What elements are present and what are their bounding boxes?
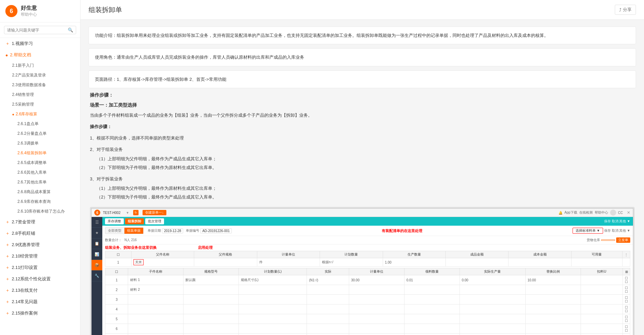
step3: 3、对于拆装业务 （1）上部明细为父件明细，最终作为原材料生成其它出库单； （2… <box>90 175 635 202</box>
mock-tab-kucun: 库存调整 <box>105 218 124 224</box>
mock-title: TEST-H002 <box>103 211 120 215</box>
step3-2: （2）下部明细为子件明细，最终作为产成品生成其它入库单。 <box>97 193 635 202</box>
step2: 2、对于组装业务 （1）上部明细为父件明细，最终作为产成品生成其它入库单； （2… <box>90 145 635 172</box>
sidebar-item-2-3[interactable]: 2.3使用前数据准备 <box>0 80 80 90</box>
screenshot-container: 6 TEST-H002 ▼ ↻ 创建新单一↓ 🔔 App下载 在线检测 帮助中心 <box>90 207 635 335</box>
mock-save-area: 保存 取消 其他 ▼ <box>604 219 630 224</box>
steps-detail-title: 操作步骤： <box>90 122 635 131</box>
sidebar-item-2-6-8[interactable]: 2.6.8商品成本重算 <box>0 187 80 197</box>
mock-upper-thead: ☐ 父件名称 父件规格 计量单位 计划数量 生产数量 成品金额 <box>105 251 630 258</box>
logo-icon: 6 <box>5 5 17 17</box>
mock-logo: 6 <box>94 210 100 216</box>
sidebar-item-2-6-5[interactable]: 2.6.5成本调整单 <box>0 158 80 168</box>
share-icon: ⤴ <box>619 7 622 12</box>
sidebar-item-2-5[interactable]: 2.5采购管理 <box>0 100 80 109</box>
sidebar-item-2-6-1[interactable]: 2.6.1盘点单 <box>0 119 80 129</box>
search-input[interactable] <box>7 28 68 33</box>
mock-header-tabs: 库存调整 组装拆卸 批次管理 保存 取消 其他 ▼ <box>102 217 633 226</box>
nav-item-2-10[interactable]: ＋ 2.10经营管理 <box>0 250 80 262</box>
table-row: 1 关米 件 根据n↑/ 1.00 <box>105 258 630 267</box>
sidebar-item-2-4[interactable]: 2.4销售管理 <box>0 90 80 100</box>
expand-icon-2-8: ＋ <box>5 230 10 236</box>
collapse-icon-2: ● <box>5 53 8 58</box>
step2-1: （1）上部明细为父件明细，最终作为产成品生成其它入库单； <box>97 155 635 163</box>
sidebar-item-2-2[interactable]: 2.2产品安装及登录 <box>0 70 80 80</box>
sidebar-item-2-6[interactable]: ● 2.6库存核算 <box>0 109 80 119</box>
logo-area: 6 好生意 帮助中心 <box>0 0 80 22</box>
main-content: 组装拆卸单 ⤴ 分享 功能介绍：组装拆卸单用来处理企业组装或拆卸等加工业务，支持… <box>80 0 644 335</box>
search-box[interactable]: 🔍 <box>4 26 76 34</box>
sidebar-item-2-6-9[interactable]: 2.6.9库存账本查询 <box>0 197 80 207</box>
table-row: 6☐ ☐ <box>105 324 630 334</box>
expand-icon-2-12: ＋ <box>5 276 10 282</box>
expand-icon-2-13: ＋ <box>5 287 10 293</box>
step1: 1、根据不同的业务，选择不同单据的类型来处理 <box>90 134 635 143</box>
table-row: 5☐ ☐ <box>105 314 630 324</box>
mock-upper-table: ☐ 父件名称 父件规格 计量单位 计划数量 生产数量 成品金额 <box>105 251 630 267</box>
nav-item-2-12[interactable]: ＋ 2.12系统个性化设置 <box>0 273 80 285</box>
mock-sub-form: 数量合计： N人 216 货物仓库 立发单 <box>102 236 633 244</box>
expand-icon-2-9: ＋ <box>5 242 10 248</box>
mock-lower-thead: ☐ 子件名称 规格型号 计划数量(L) 实际 计量单位 领料数量 <box>105 268 630 275</box>
collapse-icon-2-6: ● <box>12 112 14 116</box>
mock-sidebar-icon-5: 📦 <box>92 260 102 271</box>
mock-annotation2-row: 组装业务、拆卸业务在这里切换 启用处理 <box>102 244 633 251</box>
page-title: 组装拆卸单 <box>89 5 122 14</box>
sidebar-item-2-6-10[interactable]: 2.6.10库存账本错了怎么办 <box>0 207 80 216</box>
mock-form-area: 全部类型 组装单据 单据日期 2019-12-28 单据编号 <box>102 226 633 236</box>
sidebar-item-2-1[interactable]: 2.1新手入门 <box>0 61 80 70</box>
mock-close-icon: ✕ <box>627 210 630 215</box>
nav-item-1[interactable]: ＋ 1.视频学习 <box>0 38 80 49</box>
mock-refresh-icon: ↻ <box>133 210 139 215</box>
steps-title: 操作步骤： <box>90 92 635 98</box>
intro-block: 功能介绍：组装拆卸单用来处理企业组装或拆卸等加工业务，支持有固定装配清单的产品加… <box>89 26 636 44</box>
content-area: 功能介绍：组装拆卸单用来处理企业组装或拆卸等加工业务，支持有固定装配清单的产品加… <box>80 20 644 335</box>
mock-nav-links: 🔔 App下载 在线检测 帮助中心 CC <box>558 210 623 216</box>
mock-warehouse-field: 货物仓库 立发单 <box>587 237 630 243</box>
sidebar-item-2-6-2[interactable]: 2.6.2分量盘点单 <box>0 129 80 138</box>
mock-lower-table: ☐ 子件名称 规格型号 计划数量(L) 实际 计量单位 领料数量 <box>105 268 630 335</box>
sidebar-item-2-6-3[interactable]: 2.6.3调拨单 <box>0 138 80 148</box>
mock-warehouse-right: 选择标准料单 ▼ 保存 取消 其他 ▼ <box>573 228 630 234</box>
mock-generate-btn: 立发单 <box>616 237 630 243</box>
sidebar: 6 好生意 帮助中心 🔍 ＋ 1.视频学习 ● 2.帮助文档 2.1新手入门 2… <box>0 0 80 335</box>
mock-topbar: 6 TEST-H002 ▼ ↻ 创建新单一↓ 🔔 App下载 在线检测 帮助中心 <box>92 209 633 217</box>
expand-icon-2-14: ＋ <box>5 299 10 305</box>
table-row: 3☐ ☐ <box>105 295 630 304</box>
mock-tab-active: 组装拆卸 <box>125 218 144 224</box>
mock-annotation3: 启用处理 <box>198 245 213 249</box>
table-row: 2 材料 2 <box>105 285 630 295</box>
sidebar-item-2-6-4[interactable]: 2.6.4组装拆卸单 <box>0 148 80 158</box>
table-row: 4☐ ☐ <box>105 304 630 314</box>
sidebar-item-2-6-6[interactable]: 2.6.6其他入库单 <box>0 168 80 177</box>
search-area: 🔍 <box>0 22 80 38</box>
mock-annotation1: 有装配清单的在这里处理 <box>234 228 570 233</box>
sidebar-item-2-6-7[interactable]: 2.6.7其他出库单 <box>0 177 80 187</box>
logo-title: 好生意 <box>21 5 37 12</box>
nav-item-2[interactable]: ● 2.帮助文档 <box>0 49 80 61</box>
nav-item-2-14[interactable]: ＋ 2.14常见问题 <box>0 296 80 308</box>
mock-lower-table-area: ☐ 子件名称 规格型号 计划数量(L) 实际 计量单位 领料数量 <box>102 268 633 335</box>
mock-warehouse-input <box>601 239 615 241</box>
nav-item-2-9[interactable]: ＋ 2.9优惠券管理 <box>0 239 80 250</box>
table-row: 1 材料 1 默认颜 规格尺寸(L) (N1↑/) 30.00 0.01 <box>105 275 630 285</box>
mock-sidebar-icon-2: ★ <box>92 228 102 238</box>
step2-2: （2）下部明细为子件明细，最终作为原材料生成其它出库单。 <box>97 163 635 172</box>
nav-item-2-7[interactable]: ＋ 2.7资金管理 <box>0 216 80 228</box>
mock-sub-label2: N人 216 <box>124 238 137 242</box>
mock-annotation2: 组装业务、拆卸业务在这里切换 <box>105 245 157 249</box>
nav-item-2-15[interactable]: ＋ 2.15操作案例 <box>0 308 80 319</box>
mock-breadcrumb: ▼ <box>126 211 129 215</box>
nav-item-2-13[interactable]: ＋ 2.13在线支付 <box>0 285 80 296</box>
mock-left-sidebar: ☰ ★ 📋 📊 📦 🔧 <box>92 217 102 335</box>
nav-item-2-8[interactable]: ＋ 2.8手机旺铺 <box>0 228 80 239</box>
share-button[interactable]: ⤴ 分享 <box>615 5 636 15</box>
mock-sidebar-icon-1: ☰ <box>92 217 102 228</box>
mock-warehouse-btn: 选择标准料单 ▼ <box>573 228 603 234</box>
path-text: 页面路径：1、库存核算->库存管理->组装拆卸单 2、首页->常用功能 <box>95 77 226 82</box>
search-icon[interactable]: 🔍 <box>68 27 73 33</box>
nav-item-2-11[interactable]: ＋ 2.11打印设置 <box>0 262 80 273</box>
path-block: 页面路径：1、库存核算->库存管理->组装拆卸单 2、首页->常用功能 <box>89 70 636 88</box>
mock-sidebar-icon-3: 📋 <box>92 238 102 249</box>
mock-upper-header-row: ☐ 父件名称 父件规格 计量单位 计划数量 生产数量 成品金额 <box>105 251 630 258</box>
